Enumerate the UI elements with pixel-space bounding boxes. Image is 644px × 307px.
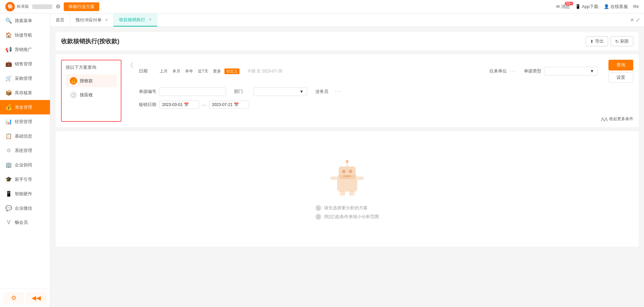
logo-icon: 畅 <box>5 2 15 11</box>
industry-solution-button[interactable]: 体验行业方案 <box>64 2 99 11</box>
online-service-icon: 👤 <box>604 4 609 9</box>
wechat-icon: 💬 <box>5 205 12 211</box>
sidebar-item-basic[interactable]: 📋 基础信息 <box>0 129 50 143</box>
settings-bottom-button[interactable]: ⚙ <box>3 292 24 304</box>
calendar-end-icon: 📅 <box>234 102 239 107</box>
date-no-limit-text: 不限 至 2023-07-26 <box>248 68 282 74</box>
online-service-label: 在线客服 <box>610 4 628 10</box>
filter-verify-date: 核销日期 2023-03-01 📅 — 2023-07-21 📅 <box>139 101 249 109</box>
message-button[interactable]: ✉ 消息 99+ <box>556 4 570 10</box>
sidebar-item-label: 资金管理 <box>15 104 32 110</box>
svg-point-3 <box>349 170 352 173</box>
sidebar-item-operation[interactable]: 📊 经营管理 <box>0 114 50 129</box>
filter-row-3: 核销日期 2023-03-01 📅 — 2023-07-21 📅 <box>139 101 633 109</box>
refresh-icon: ↻ <box>615 39 619 44</box>
tab-receipt-close[interactable]: ✕ <box>149 17 152 22</box>
dept-select[interactable]: ▼ <box>254 87 307 96</box>
sidebar-item-label: 快捷导航 <box>15 32 32 38</box>
filter-row-2: 单据编号 部门 ▼ 业务员 ··· <box>139 87 633 96</box>
expand-button[interactable]: ⤢ <box>636 17 640 23</box>
receivable-option-label: 按应收 <box>80 92 93 98</box>
doc-number-label: 单据编号 <box>139 89 156 95</box>
query-button[interactable]: 查询 <box>608 60 633 70</box>
svg-rect-1 <box>339 166 356 179</box>
close-tab-button[interactable]: ✕ <box>630 17 634 23</box>
sidebar-item-quicknav[interactable]: 🏠 快捷导航 <box>0 28 50 42</box>
empty-robot-icon <box>327 158 367 198</box>
hardware-icon: 📱 <box>5 191 12 197</box>
svg-point-2 <box>342 170 345 173</box>
sidebar-item-inventory[interactable]: 📦 库存核算 <box>0 86 50 100</box>
collapse-sidebar-button[interactable]: ◀◀ <box>26 292 47 304</box>
date-btn-this-month[interactable]: 本月 <box>171 68 182 75</box>
salesperson-label: 业务员 <box>315 89 332 95</box>
top-bar: 畅 标准版 ⚙ 体验行业方案 ✉ 消息 99+ 📱 App下载 👤 在线客服 R… <box>0 0 644 13</box>
date-btn-this-year[interactable]: 本年 <box>184 68 195 75</box>
verify-date-start-input[interactable]: 2023-03-01 📅 <box>159 101 199 109</box>
tab-actions: ✕ ⤢ <box>626 17 644 23</box>
counterpart-input[interactable]: ··· <box>509 68 516 74</box>
marketing-icon: 📢 <box>5 46 12 53</box>
collapse-panel-button[interactable]: 《 <box>127 61 133 70</box>
svg-rect-5 <box>330 176 337 180</box>
sidebar-item-search[interactable]: 🔍 搜索菜单 <box>0 13 50 28</box>
filter-no-limit: 不限 至 2023-07-26 <box>248 68 282 74</box>
dept-label: 部门 <box>234 89 251 95</box>
app-download-label: App下载 <box>582 4 598 10</box>
top-bar-right: ✉ 消息 99+ 📱 App下载 👤 在线客服 Rit <box>556 4 639 10</box>
page-header: 收款核销执行(按收款) ⬆ 导出 ↻ 刷新 <box>56 32 639 50</box>
sidebar-item-corp[interactable]: 🏢 企业协同 <box>0 158 50 172</box>
empty-hint-2: 2 用[过滤]条件来缩小分析范围 <box>315 214 379 220</box>
verify-date-end-value: 2023-07-21 <box>212 102 232 107</box>
sidebar-item-label: 系统管理 <box>15 148 32 154</box>
query-scheme-sidebar: 按以下方案查询 💰 按收款 🕐 按应收 <box>61 60 121 122</box>
verify-date-label: 核销日期 <box>139 102 156 108</box>
tab-receipt[interactable]: 收款核销执行 ✕ <box>114 13 157 27</box>
sidebar-item-hardware[interactable]: 📱 智能硬件 <box>0 187 50 201</box>
gear-button[interactable]: ⚙ <box>56 3 60 10</box>
online-service-button[interactable]: 👤 在线客服 <box>604 4 628 10</box>
sidebar-item-label: 营销推广 <box>15 47 32 53</box>
sidebar-item-system[interactable]: ⚙ 系统管理 <box>0 143 50 158</box>
export-button[interactable]: ⬆ 导出 <box>586 36 608 46</box>
app-logo: 畅 标准版 <box>5 2 29 11</box>
sidebar-item-label: 搜索菜单 <box>15 18 32 24</box>
sidebar-item-wechat[interactable]: 💬 企业微信 <box>0 201 50 215</box>
sidebar-item-label: 基础信息 <box>15 133 32 139</box>
date-custom-badge[interactable]: 自定义 <box>224 68 239 74</box>
tab-prepay-close[interactable]: ✕ <box>105 18 108 22</box>
verify-date-end-input[interactable]: 2023-07-21 📅 <box>209 101 249 109</box>
receipt-option-icon: 💰 <box>70 77 77 85</box>
query-option-by-receipt[interactable]: 💰 按收款 <box>66 74 117 87</box>
svg-rect-4 <box>343 175 351 177</box>
sidebar-item-finance[interactable]: 💰 资金管理 <box>0 100 50 114</box>
svg-rect-6 <box>357 176 364 180</box>
sidebar-item-member[interactable]: V 畅会员 <box>0 215 50 229</box>
query-panel: 按以下方案查询 💰 按收款 🕐 按应收 《 <box>56 54 639 127</box>
query-action-btns: 查询 设置 <box>608 60 633 83</box>
setting-button[interactable]: 设置 <box>608 72 633 83</box>
sidebar-item-guide[interactable]: 🎓 新手引导 <box>0 172 50 187</box>
sidebar-item-purchase[interactable]: 🛒 采购管理 <box>0 71 50 86</box>
top-bar-left: 畅 标准版 ⚙ 体验行业方案 <box>5 2 99 11</box>
tab-bar: 首页 预付冲应付单 ✕ 收款核销执行 ✕ ✕ ⤢ <box>50 13 644 27</box>
date-btn-more[interactable]: 更多 <box>212 68 222 75</box>
salesperson-input[interactable]: ··· <box>335 89 341 95</box>
doc-type-select[interactable]: ▼ <box>544 67 598 75</box>
app-download-icon: 📱 <box>575 4 581 9</box>
date-btn-7days[interactable]: 近7天 <box>197 68 210 75</box>
sidebar-item-label: 库存核算 <box>15 90 32 96</box>
refresh-button[interactable]: ↻ 刷新 <box>611 36 633 46</box>
system-icon: ⚙ <box>5 147 12 154</box>
tab-home[interactable]: 首页 <box>50 13 70 27</box>
app-download-button[interactable]: 📱 App下载 <box>575 4 598 10</box>
query-option-by-receivable[interactable]: 🕐 按应收 <box>66 89 117 101</box>
sidebar-item-sales[interactable]: 💼 销售管理 <box>0 57 50 71</box>
tab-prepay[interactable]: 预付冲应付单 ✕ <box>70 13 114 27</box>
logo-subtext: 标准版 <box>17 4 29 9</box>
date-btn-last-month[interactable]: 上月 <box>158 68 169 75</box>
collapse-more-button[interactable]: ⋀⋀ 收起更多条件 <box>601 116 633 122</box>
sidebar-item-marketing[interactable]: 📢 营销推广 <box>0 42 50 57</box>
filter-row-1: 日期 上月 本月 本年 近7天 更多 自定义 不限 至 2023-0 <box>139 60 633 83</box>
doc-number-input[interactable] <box>159 87 226 96</box>
